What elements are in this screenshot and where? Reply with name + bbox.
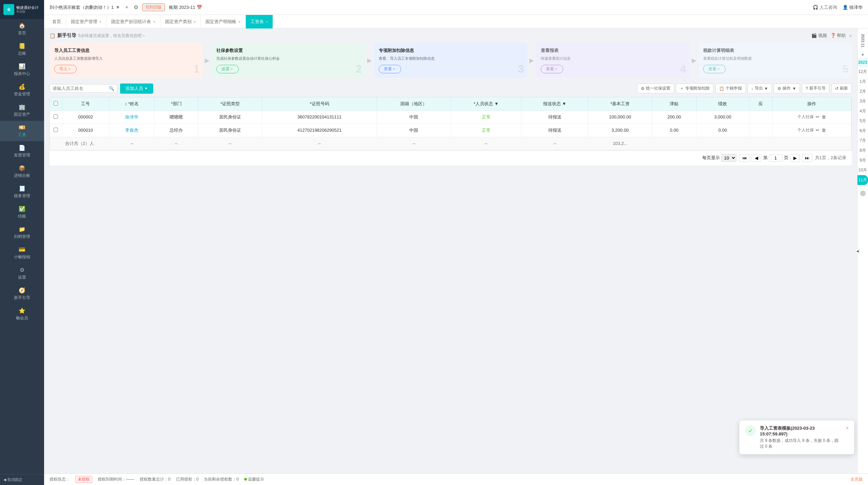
month-11-current[interactable]: 11月 <box>857 175 868 185</box>
emp-name-link[interactable]: 李俊杰 <box>125 128 138 133</box>
step-3-btn[interactable]: 查看＞ <box>379 65 401 73</box>
panel-scroll-icon[interactable]: ⬤ <box>857 188 868 198</box>
company-settings-icon[interactable]: ⚙ <box>134 4 138 11</box>
month-3[interactable]: 3月 <box>857 96 868 106</box>
user-avatar-icon: 👤 <box>843 5 848 10</box>
add-employee-btn[interactable]: 添加人员 ▼ <box>120 83 153 94</box>
month-2[interactable]: 2月 <box>857 87 868 96</box>
col-name[interactable]: ↕ *姓名 <box>109 97 155 111</box>
sidebar-item-salary[interactable]: 💴 工资 <box>0 121 44 141</box>
switch-version-btn[interactable]: 切到旧版 <box>142 3 165 11</box>
step-5-desc: 查看税款计算过程及明细数据 <box>703 56 847 61</box>
tab-close-btn[interactable]: × <box>266 20 268 24</box>
step-5: 税款计算明细表 查看税款计算过程及明细数据 查看＞ 5 <box>698 43 852 78</box>
newbie-guide-btn[interactable]: ? 新手引导 <box>802 83 829 93</box>
calendar-icon[interactable]: 📅 <box>197 5 202 10</box>
delete-icon[interactable]: 🗑 <box>822 114 826 119</box>
select-all-checkbox[interactable] <box>54 101 58 106</box>
guide-help-link[interactable]: ❓ 帮助 <box>830 33 846 39</box>
company-selector[interactable]: 刘小艳演示账套（勿删勿动！）1 ▼ <box>50 4 120 11</box>
user-menu[interactable]: 👤 徐泽华 <box>843 4 863 11</box>
edit-icon[interactable]: ✏ <box>816 114 820 119</box>
tax-report-btn[interactable]: 📋 个税申报 <box>715 83 746 93</box>
operations-btn[interactable]: ⚙ 操作 ▼ <box>774 83 800 93</box>
social-action-link[interactable]: 个人社保 <box>797 127 814 133</box>
month-12[interactable]: 12月 <box>857 67 868 77</box>
special-deduction-btn[interactable]: ＋ 专项附加扣除 <box>676 83 713 93</box>
sidebar-item-home[interactable]: 🏠 首页 <box>0 19 44 39</box>
notification-close-btn[interactable]: × <box>846 425 849 431</box>
sidebar-label: 新手引导 <box>14 295 30 301</box>
tab-asset-detail[interactable]: 固定资产明细账 × <box>201 15 245 29</box>
tab-close-btn[interactable]: × <box>238 20 240 24</box>
sidebar-item-guide[interactable]: 🧭 新手引导 <box>0 284 44 304</box>
row-action: 个人社保 ✏ 🗑 <box>772 124 851 137</box>
row-checkbox[interactable] <box>50 124 62 137</box>
step-5-btn[interactable]: 查看＞ <box>703 65 726 73</box>
sidebar-item-funds[interactable]: 💰 资金管理 <box>0 80 44 100</box>
month-8[interactable]: 8月 <box>857 146 868 155</box>
tab-fixed-assets[interactable]: 固定资产管理 × <box>66 15 106 29</box>
month-5[interactable]: 5月 <box>857 116 868 126</box>
cancel-fixed-btn[interactable]: ◀ 取消固定 <box>0 474 44 485</box>
prev-page-btn[interactable]: ◀ <box>752 154 761 162</box>
customer-service-btn[interactable]: 🎧 人工咨询 <box>813 4 837 11</box>
next-page-btn[interactable]: ▶ <box>790 154 800 162</box>
activate-link[interactable]: 去充值 <box>850 477 863 482</box>
tab-asset-category[interactable]: 固定资产类别 × <box>160 15 201 29</box>
month-4[interactable]: 4月 <box>857 106 868 116</box>
sidebar-item-expense[interactable]: 💳 小畅报销 <box>0 243 44 263</box>
sidebar-item-reports[interactable]: 📊 报表中心 <box>0 60 44 80</box>
sidebar-item-closing[interactable]: ✅ 结账 <box>0 202 44 223</box>
row-base-salary: 100,000.00 <box>588 110 652 124</box>
step-2-btn[interactable]: 设置＞ <box>216 65 239 73</box>
row-apply <box>749 110 772 124</box>
social-insurance-btn[interactable]: ⚙ 统一社保设置 <box>637 83 674 93</box>
sidebar-item-fixed-assets[interactable]: 🏢 固定资产 <box>0 100 44 121</box>
month-10[interactable]: 10月 <box>857 165 868 175</box>
sidebar-item-settings[interactable]: ⚙ 设置 <box>0 263 44 284</box>
tab-close-btn[interactable]: × <box>194 20 196 24</box>
panel-up-arrow[interactable]: ▲ <box>857 50 868 58</box>
row-emp-id: 000002 <box>62 110 109 124</box>
step-4-btn[interactable]: 查看＞ <box>541 65 563 73</box>
step-1-btn[interactable]: 导入＞ <box>54 65 77 73</box>
emp-name-link[interactable]: 徐泽华 <box>125 114 138 119</box>
guide-close-btn[interactable]: × <box>849 33 852 38</box>
panel-toggle-btn[interactable]: ◀ <box>855 248 860 254</box>
add-company-btn[interactable]: ＋ <box>124 4 130 11</box>
social-action-link[interactable]: 个人社保 <box>797 114 814 120</box>
tab-salary[interactable]: 工资表 × <box>246 15 273 29</box>
search-icon[interactable]: 🔍 <box>109 86 114 91</box>
guide-video-link[interactable]: 🎬 视频 <box>811 33 827 39</box>
tab-depreciation[interactable]: 固定资产折旧统计表 × <box>106 15 160 29</box>
month-6[interactable]: 6月 <box>857 126 868 136</box>
page-input[interactable] <box>769 154 783 162</box>
month-9[interactable]: 9月 <box>857 155 868 165</box>
sidebar-item-member[interactable]: ⭐ 畅会员 <box>0 304 44 324</box>
sidebar-item-inventory[interactable]: 📦 进销台账 <box>0 162 44 182</box>
refresh-btn[interactable]: ↺ 刷新 <box>831 83 852 93</box>
sidebar-item-invoice[interactable]: 📄 发票管理 <box>0 141 44 162</box>
inventory-icon: 📦 <box>19 165 25 171</box>
content-area: 📋 新手引导 5步快速完成设置，快去完善信息吧～ 🎬 视频 ❓ 帮助 × 导入员… <box>44 29 868 473</box>
export-btn[interactable]: ↓ 导出 ▼ <box>748 83 772 93</box>
search-input[interactable] <box>53 86 107 91</box>
delete-icon[interactable]: 🗑 <box>822 128 826 133</box>
month-1[interactable]: 1月 <box>857 77 868 87</box>
tab-home[interactable]: 首页 <box>47 15 66 29</box>
month-7[interactable]: 7月 <box>857 136 868 146</box>
tab-close-btn[interactable]: × <box>153 20 155 24</box>
page-size-select[interactable]: 10 20 50 <box>721 154 736 162</box>
sidebar-item-ledger[interactable]: 📒 总账 <box>0 39 44 60</box>
sidebar-item-archive[interactable]: 📁 归档管理 <box>0 223 44 243</box>
sidebar-item-tax[interactable]: 🧾 税务管理 <box>0 182 44 202</box>
auth-label: 授权状态： <box>50 477 70 482</box>
step-1-title: 导入员工工资信息 <box>54 48 198 54</box>
tab-close-btn[interactable]: × <box>99 20 101 24</box>
first-page-btn[interactable]: ⏮ <box>739 154 750 162</box>
last-page-btn[interactable]: ⏭ <box>802 154 812 162</box>
fixed-assets-icon: 🏢 <box>19 104 25 110</box>
row-checkbox[interactable] <box>50 110 62 124</box>
edit-icon[interactable]: ✏ <box>816 128 820 133</box>
